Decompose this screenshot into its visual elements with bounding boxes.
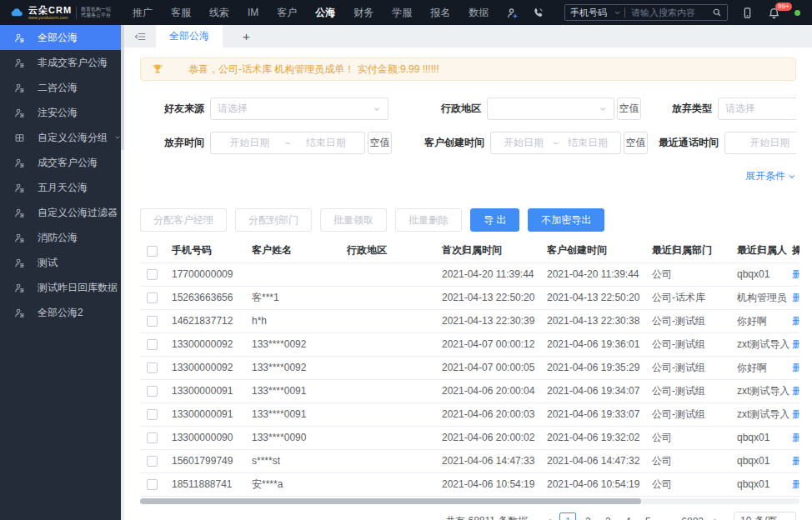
date-start-input[interactable]: 开始日期	[496, 136, 551, 150]
sidebar-item-label: 五月天公海	[38, 181, 88, 195]
nav-item-2[interactable]: 线索	[200, 0, 238, 25]
delete-link[interactable]: 删除	[792, 338, 799, 350]
row-checkbox[interactable]	[147, 409, 158, 420]
empty-value-button[interactable]: 空值	[617, 98, 641, 120]
date-start-input[interactable]: 开始日期	[730, 136, 796, 150]
delete-link[interactable]: 删除	[792, 268, 799, 280]
primary-action-button-0[interactable]: 导 出	[470, 208, 519, 232]
row-checkbox[interactable]	[147, 339, 158, 350]
sidebar-item-4[interactable]: 自定义公海分组	[0, 125, 121, 150]
sidebar-item-label: 二咨公海	[38, 81, 78, 95]
nav-item-7[interactable]: 学服	[383, 0, 421, 25]
sidebar-item-2[interactable]: 二咨公海	[0, 75, 121, 100]
column-header: 客户创建时间	[545, 239, 650, 262]
nav-item-1[interactable]: 客服	[162, 0, 200, 25]
sidebar-item-6[interactable]: 五月天公海	[0, 175, 121, 200]
action-button-0[interactable]: 分配客户经理	[140, 208, 227, 232]
sidebar-item-9[interactable]: 测试	[0, 250, 121, 275]
select-all-checkbox[interactable]	[147, 246, 158, 257]
phone-call-icon[interactable]	[532, 7, 544, 19]
person-add-icon[interactable]	[506, 7, 519, 19]
expand-conditions-link[interactable]: 展开条件	[745, 169, 796, 183]
row-checkbox[interactable]	[147, 386, 158, 397]
nav-item-8[interactable]: 报名	[421, 0, 459, 25]
filter-select-0-0[interactable]: 请选择	[210, 98, 388, 120]
search-category-select[interactable]: 手机号码	[570, 7, 607, 19]
row-checkbox[interactable]	[147, 479, 158, 490]
date-start-input[interactable]: 开始日期	[216, 136, 283, 150]
row-checkbox[interactable]	[147, 456, 158, 467]
page-1[interactable]: 1	[559, 512, 576, 520]
sidebar-item-3[interactable]: 注安公海	[0, 100, 121, 125]
cell-create-time: 2021-04-06 14:47:32	[545, 449, 650, 472]
app-logo[interactable]: 云朵CRM www.yunduocrm.com 教育机构一站 式服务云平台	[0, 6, 123, 20]
page-size-select[interactable]: 10 条/页	[734, 512, 796, 520]
scrollbar-thumb[interactable]	[140, 498, 641, 504]
nav-item-6[interactable]: 财务	[344, 0, 383, 25]
filter-daterange-1-0[interactable]: 开始日期~结束日期	[210, 132, 365, 154]
page-5[interactable]: 5	[639, 512, 656, 520]
add-tab-button[interactable]: +	[243, 29, 250, 43]
filter-select-0-1[interactable]	[487, 98, 614, 120]
delete-link[interactable]: 删除	[792, 362, 799, 373]
delete-link[interactable]: 删除	[792, 408, 799, 420]
delete-link[interactable]: 删除	[792, 478, 799, 490]
filter-select-0-2[interactable]: 请选择	[718, 98, 796, 120]
sidebar-item-1[interactable]: 非成交客户公海	[0, 50, 121, 75]
row-checkbox[interactable]	[147, 316, 158, 327]
horizontal-scrollbar[interactable]	[140, 498, 799, 504]
row-checkbox[interactable]	[147, 292, 158, 303]
row-checkbox[interactable]	[147, 362, 158, 373]
delete-link[interactable]: 删除	[792, 432, 799, 443]
nav-item-4[interactable]: 客户	[268, 0, 306, 25]
cell-name: 客***1	[250, 286, 345, 309]
sidebar-item-5[interactable]: 成交客户公海	[0, 150, 121, 175]
delete-link[interactable]: 删除	[792, 315, 799, 327]
primary-action-button-1[interactable]: 不加密导出	[528, 208, 604, 232]
row-checkbox[interactable]	[147, 432, 158, 443]
nav-item-3[interactable]: IM	[238, 0, 268, 25]
row-checkbox[interactable]	[147, 269, 158, 280]
page-4[interactable]: 4	[619, 512, 636, 520]
sidebar-item-7[interactable]: 自定义公海过滤器	[0, 200, 121, 225]
action-button-1[interactable]: 分配到部门	[235, 208, 312, 232]
filter-daterange-1-2[interactable]: 开始日期~结束日期	[724, 132, 796, 154]
nav-item-5[interactable]: 公海	[306, 0, 344, 25]
delete-link[interactable]: 删除	[792, 455, 799, 467]
page-6882[interactable]: 6882	[679, 512, 705, 520]
page-2[interactable]: 2	[579, 512, 596, 520]
empty-value-button[interactable]: 空值	[624, 132, 648, 154]
notifications[interactable]: 99+	[768, 7, 780, 19]
cell-phone: 13300000091	[170, 379, 250, 402]
nav-item-0[interactable]: 推广	[123, 0, 162, 25]
collapse-sidebar-button[interactable]	[124, 31, 156, 42]
row-checkbox-cell	[140, 262, 170, 286]
nav-item-9[interactable]: 数据	[459, 0, 498, 25]
date-end-input[interactable]: 结束日期	[293, 136, 360, 150]
cell-name: 133****0090	[250, 426, 345, 449]
page-ellipsis: ···	[659, 516, 676, 520]
cell-name: 133****0091	[250, 379, 345, 402]
sidebar-item-0[interactable]: 全部公海	[0, 25, 121, 50]
sidebar-item-10[interactable]: 测试昨日回库数据	[0, 275, 121, 300]
page-3[interactable]: 3	[599, 512, 616, 520]
delete-link[interactable]: 删除	[792, 385, 799, 397]
cell-phone: 17700000009	[170, 262, 250, 286]
date-end-input[interactable]: 结束日期	[560, 136, 615, 150]
search-icon[interactable]	[712, 8, 722, 18]
sidebar-item-8[interactable]: 消防公海	[0, 225, 121, 250]
delete-link[interactable]: 删除	[792, 292, 799, 303]
global-search[interactable]: 手机号码 请输入搜索内容	[564, 4, 728, 21]
search-input[interactable]: 请输入搜索内容	[631, 7, 712, 19]
sidebar-item-label: 自定义公海分组	[38, 131, 108, 145]
sidebar-item-11[interactable]: 全部公海2	[0, 300, 121, 325]
action-button-3[interactable]: 批量删除	[395, 208, 462, 232]
tab-all-gonghai[interactable]: 全部公海	[156, 25, 223, 48]
mobile-device-icon[interactable]	[741, 7, 754, 19]
empty-value-button[interactable]: 空值	[368, 132, 392, 154]
cell-region	[345, 286, 440, 309]
prev-page-button[interactable]: <	[541, 516, 556, 520]
filter-daterange-1-1[interactable]: 开始日期~结束日期	[490, 132, 621, 154]
next-page-button[interactable]: >	[709, 516, 724, 520]
action-button-2[interactable]: 批量领取	[320, 208, 387, 232]
